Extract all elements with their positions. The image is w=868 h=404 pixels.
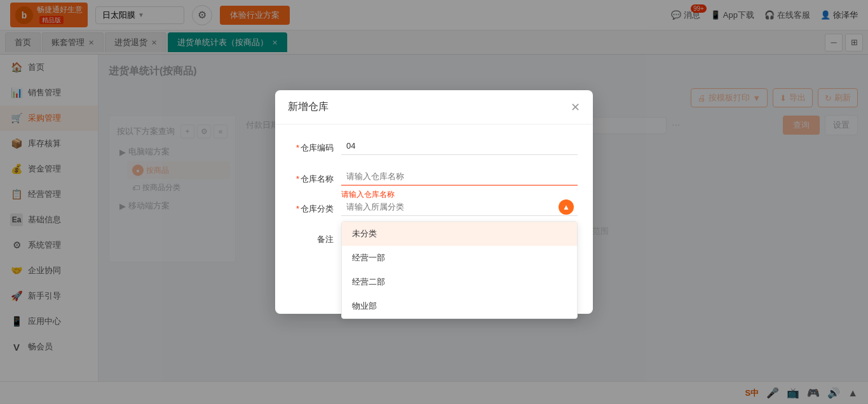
dropdown-item-dept1[interactable]: 经营一部 [342, 246, 577, 270]
name-input[interactable] [341, 168, 578, 185]
category-chevron-icon[interactable]: ▲ [559, 199, 574, 215]
modal-header: 新增仓库 ✕ [275, 90, 593, 125]
code-input[interactable] [341, 137, 578, 155]
name-label: 仓库名称 [290, 168, 341, 185]
note-label: 备注 [290, 229, 341, 245]
modal-close-button[interactable]: ✕ [571, 102, 580, 113]
form-row-category: 仓库分类 ▲ 未分类 经营一部 经营二部 物业部 [290, 198, 578, 216]
category-select-wrapper: ▲ 未分类 经营一部 经营二部 物业部 [341, 198, 578, 216]
new-warehouse-modal: 新增仓库 ✕ 仓库编码 仓库名称 请输入仓库名称 仓库分类 [275, 90, 593, 314]
dropdown-item-uncategorized[interactable]: 未分类 [342, 222, 577, 246]
category-dropdown: 未分类 经营一部 经营二部 物业部 [341, 221, 578, 319]
modal-title: 新增仓库 [288, 100, 329, 114]
category-input[interactable] [341, 198, 578, 216]
form-row-name: 仓库名称 请输入仓库名称 [290, 168, 578, 185]
modal-body: 仓库编码 仓库名称 请输入仓库名称 仓库分类 ▲ 未分类 [275, 125, 593, 272]
category-label: 仓库分类 [290, 198, 341, 215]
modal-overlay: 新增仓库 ✕ 仓库编码 仓库名称 请输入仓库名称 仓库分类 [0, 0, 868, 404]
form-row-code: 仓库编码 [290, 137, 578, 155]
dropdown-item-dept2[interactable]: 经营二部 [342, 270, 577, 294]
dropdown-item-property[interactable]: 物业部 [342, 294, 577, 318]
code-label: 仓库编码 [290, 137, 341, 154]
